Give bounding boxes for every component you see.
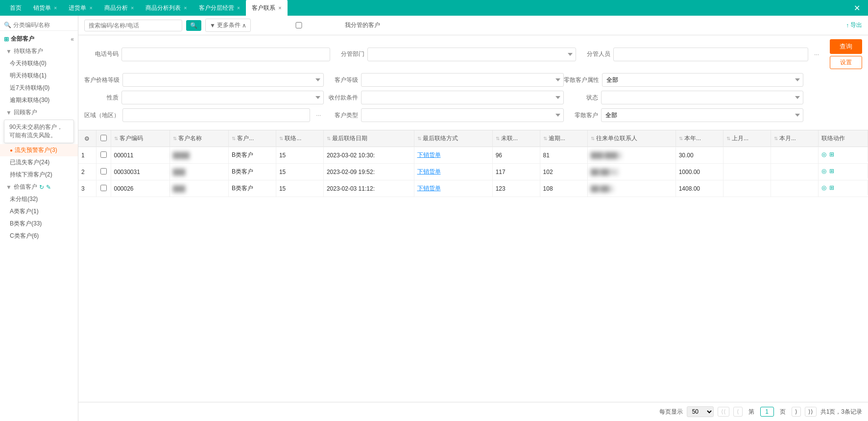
close-purchase-icon[interactable]: × bbox=[89, 5, 92, 11]
retail-attr-select[interactable]: 全部 bbox=[602, 73, 803, 87]
nav-goods-analysis-list[interactable]: 商品分析列表 × bbox=[140, 0, 193, 16]
sidebar-item-overdue-contact[interactable]: 逾期未联络(30) bbox=[0, 94, 78, 106]
nav-sales[interactable]: 销货单 × bbox=[27, 0, 63, 16]
manager-dots[interactable]: ··· bbox=[811, 51, 822, 58]
row-last-method[interactable]: 下销货单 bbox=[414, 164, 492, 180]
action-more-icon[interactable]: ⊞ bbox=[829, 168, 834, 174]
row-last-method[interactable]: 下销货单 bbox=[414, 147, 492, 164]
nature-select[interactable] bbox=[121, 91, 324, 104]
edit-value-icon[interactable]: ✎ bbox=[46, 184, 51, 191]
row-checkbox-cell[interactable] bbox=[96, 147, 111, 164]
first-page-button[interactable]: ⟨⟨ bbox=[718, 407, 729, 417]
action-more-icon[interactable]: ⊞ bbox=[829, 151, 834, 158]
th-last-contact-date: ⇅ 最后联络日期 bbox=[323, 130, 414, 147]
section-review-customers[interactable]: ▼ 回顾客户 bbox=[0, 106, 78, 119]
sidebar-search-field[interactable]: 🔍 bbox=[0, 20, 78, 31]
sort-liaison-icon[interactable]: ⇅ bbox=[591, 136, 595, 141]
nav-customer-contact[interactable]: 客户联系 × bbox=[246, 0, 287, 16]
search-input[interactable] bbox=[84, 20, 182, 31]
row-checkbox-cell[interactable] bbox=[96, 164, 111, 180]
region-input[interactable] bbox=[122, 108, 310, 122]
sort-lmonth-icon[interactable]: ⇅ bbox=[726, 136, 730, 141]
all-customers-title[interactable]: ⊞ 全部客户 « bbox=[0, 33, 78, 45]
region-dots[interactable]: ··· bbox=[313, 112, 324, 119]
customer-type-select[interactable] bbox=[361, 108, 563, 122]
sidebar-item-declining[interactable]: 持续下滑客户(2) bbox=[0, 169, 78, 181]
row-actions[interactable]: ◎ ⊞ bbox=[819, 164, 868, 178]
row-actions[interactable]: ◎ ⊞ bbox=[819, 180, 868, 195]
customer-level-select[interactable] bbox=[361, 73, 563, 87]
query-button[interactable]: 查询 bbox=[830, 39, 862, 54]
sort-contact-icon[interactable]: ⇅ bbox=[279, 136, 283, 141]
select-all-checkbox[interactable] bbox=[100, 135, 107, 141]
sidebar-item-class-b[interactable]: B类客户(33) bbox=[0, 218, 78, 230]
close-goods-analysis-list-icon[interactable]: × bbox=[184, 5, 187, 11]
export-button[interactable]: ↑ 导出 bbox=[846, 21, 862, 29]
prev-page-button[interactable]: ⟨ bbox=[733, 407, 743, 417]
refresh-value-icon[interactable]: ↻ bbox=[39, 184, 44, 191]
phone-input[interactable] bbox=[121, 48, 330, 61]
sidebar-item-churn-warning[interactable]: ● 流失预警客户(3) bbox=[0, 144, 78, 156]
th-settings[interactable]: ⚙ bbox=[78, 130, 96, 147]
last-page-button[interactable]: ⟩⟩ bbox=[805, 407, 817, 417]
section-pending-contact[interactable]: ▼ 待联络客户 bbox=[0, 45, 78, 57]
row-checkbox[interactable] bbox=[100, 151, 107, 158]
sort-unlink-icon[interactable]: ⇅ bbox=[496, 136, 500, 141]
row-checkbox[interactable] bbox=[100, 185, 107, 191]
row-checkbox[interactable] bbox=[100, 168, 107, 174]
my-customers-checkbox-label[interactable]: 我分管的客户 bbox=[255, 21, 380, 29]
price-level-select[interactable] bbox=[122, 73, 324, 87]
sort-name-icon[interactable]: ⇅ bbox=[173, 136, 177, 141]
sidebar-item-unclassified[interactable]: 未分组(32) bbox=[0, 193, 78, 205]
row-last-method[interactable]: 下销货单 bbox=[414, 180, 492, 197]
manager-input[interactable] bbox=[613, 48, 808, 61]
sidebar-item-class-c[interactable]: C类客户(6) bbox=[0, 230, 78, 242]
row-checkbox-cell[interactable] bbox=[96, 180, 111, 197]
sidebar-item-tomorrow-contact[interactable]: 明天待联络(1) bbox=[0, 70, 78, 82]
payment-select[interactable] bbox=[361, 91, 563, 104]
retail-customer-select[interactable]: 全部 bbox=[601, 108, 803, 122]
th-overdue-days: ⇅ 逾期... bbox=[540, 130, 587, 147]
my-customers-checkbox[interactable] bbox=[255, 22, 343, 28]
sidebar-item-7days-contact[interactable]: 近7天待联络(0) bbox=[0, 82, 78, 94]
row-contact-count: 15 bbox=[276, 147, 323, 164]
close-sales-icon[interactable]: × bbox=[54, 5, 57, 11]
action-contact-icon[interactable]: ◎ bbox=[821, 184, 826, 191]
action-contact-icon[interactable]: ◎ bbox=[821, 151, 826, 158]
close-customer-tier-icon[interactable]: × bbox=[237, 5, 240, 11]
action-more-icon[interactable]: ⊞ bbox=[829, 184, 834, 191]
per-page-select[interactable]: 50 100 bbox=[687, 406, 714, 417]
nav-goods-analysis[interactable]: 商品分析 × bbox=[98, 0, 140, 16]
more-conditions-button[interactable]: ▼ 更多条件 ∧ bbox=[205, 19, 251, 32]
row-actions[interactable]: ◎ ⊞ bbox=[819, 147, 868, 162]
sidebar-item-class-a[interactable]: A类客户(1) bbox=[0, 205, 78, 218]
close-customer-contact-icon[interactable]: × bbox=[278, 5, 281, 11]
sidebar-item-today-contact[interactable]: 今天待联络(0) bbox=[0, 57, 78, 70]
window-close-button[interactable]: ✕ bbox=[850, 3, 864, 13]
action-contact-icon[interactable]: ◎ bbox=[821, 168, 826, 174]
sort-date-icon[interactable]: ⇅ bbox=[327, 136, 331, 141]
sidebar-item-already-churned[interactable]: 已流失客户(24) bbox=[0, 156, 78, 169]
main-layout: 🔍 ⊞ 全部客户 « ▼ 待联络客户 今天待联络(0) 明天待联络(1) 近7天… bbox=[0, 16, 868, 421]
nav-home[interactable]: 首页 bbox=[4, 0, 27, 16]
sort-code-icon[interactable]: ⇅ bbox=[114, 136, 118, 141]
settings-button[interactable]: 设置 bbox=[830, 56, 862, 69]
sort-type-icon[interactable]: ⇅ bbox=[232, 136, 236, 141]
nav-customer-tier[interactable]: 客户分层经营 × bbox=[193, 0, 246, 16]
row-this-year: 1408.00 bbox=[675, 180, 723, 197]
next-page-button[interactable]: ⟩ bbox=[792, 407, 801, 417]
close-goods-analysis-icon[interactable]: × bbox=[131, 5, 134, 11]
sidebar-search-input[interactable] bbox=[13, 22, 78, 28]
row-contact-count: 15 bbox=[276, 164, 323, 180]
status-select[interactable] bbox=[601, 91, 803, 104]
sort-overdue-icon[interactable]: ⇅ bbox=[543, 136, 547, 141]
search-button[interactable]: 🔍 bbox=[186, 20, 201, 31]
sort-method-icon[interactable]: ⇅ bbox=[417, 136, 421, 141]
th-checkbox[interactable] bbox=[96, 130, 111, 147]
dept-select[interactable] bbox=[367, 48, 576, 61]
section-value-customers[interactable]: ▼ 价值客户 ↻ ✎ bbox=[0, 181, 78, 193]
sort-year-icon[interactable]: ⇅ bbox=[679, 136, 683, 141]
filter-row-3: 性质 收付款条件 状态 bbox=[84, 91, 862, 104]
nav-purchase[interactable]: 进货单 × bbox=[63, 0, 98, 16]
sort-tmonth-icon[interactable]: ⇅ bbox=[774, 136, 778, 141]
